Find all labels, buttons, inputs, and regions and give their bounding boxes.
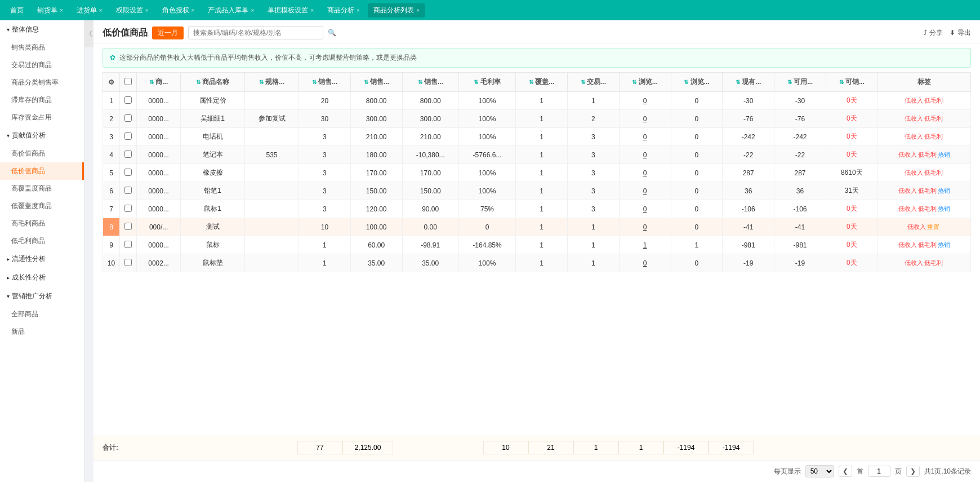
view1-link[interactable]: 0	[643, 115, 647, 123]
row-checkbox[interactable]	[124, 96, 132, 104]
select-all-checkbox[interactable]	[124, 78, 132, 85]
search-input[interactable]	[188, 26, 323, 39]
sidebar-group-marketing[interactable]: ▾ 营销推广分析	[0, 287, 84, 306]
nav-permission-close[interactable]: ×	[145, 7, 149, 14]
sidebar-item-high-coverage[interactable]: 高覆盖度商品	[0, 180, 84, 197]
col-view2-header[interactable]: ⇅ 浏览...	[671, 73, 723, 92]
row-checkbox[interactable]	[124, 187, 132, 194]
row-checkbox[interactable]	[124, 151, 132, 158]
col-saleamt-header[interactable]: ⇅ 销售...	[350, 73, 402, 92]
sidebar-item-new-goods[interactable]: 新品	[0, 323, 84, 341]
cell-check[interactable]	[120, 200, 137, 218]
col-coverage-header[interactable]: ⇅ 覆盖...	[516, 73, 568, 92]
view1-link[interactable]: 0	[643, 133, 647, 141]
col-code-header[interactable]: ⇅ 商...	[137, 73, 181, 92]
row-checkbox[interactable]	[124, 205, 132, 212]
sidebar-collapse-button[interactable]: 《	[84, 20, 93, 47]
table-container[interactable]: ⚙ ⇅ 商... ⇅ 商品名称 ⇅ 规格... ⇅ 销售... ⇅ 销售... …	[93, 72, 980, 435]
view1-link[interactable]: 0	[643, 223, 647, 231]
per-page-select[interactable]: 50 100 200	[805, 465, 834, 477]
cell-check[interactable]	[120, 254, 137, 272]
col-view1-header[interactable]: ⇅ 浏览...	[619, 73, 671, 92]
view1-link[interactable]: 1	[643, 241, 647, 249]
nav-home[interactable]: 首页	[5, 3, 29, 17]
view1-link[interactable]: 0	[643, 97, 647, 105]
nav-analysis-list-close[interactable]: ×	[416, 7, 420, 14]
nav-template[interactable]: 单据模板设置 ×	[262, 3, 319, 17]
sidebar-group-growth[interactable]: ▸ 成长性分析	[0, 268, 84, 287]
sidebar-item-low-value[interactable]: 低价值商品	[0, 162, 84, 180]
nav-product-in[interactable]: 产成品入库单 ×	[202, 3, 260, 17]
col-sellable-header[interactable]: ⇅ 可销...	[826, 73, 877, 92]
cell-check[interactable]	[120, 128, 137, 146]
cell-check[interactable]	[120, 164, 137, 182]
sidebar-item-high-margin[interactable]: 高毛利商品	[0, 215, 84, 232]
view1-link[interactable]: 0	[643, 259, 647, 267]
nav-analysis[interactable]: 商品分析 ×	[322, 3, 366, 17]
col-margin-header[interactable]: ⇅ 毛利率	[458, 73, 515, 92]
col-trade-header[interactable]: ⇅ 交易...	[567, 73, 619, 92]
cell-view1[interactable]: 0	[619, 146, 671, 164]
row-checkbox[interactable]	[124, 259, 132, 266]
sidebar-item-low-coverage[interactable]: 低覆盖度商品	[0, 197, 84, 215]
nav-template-close[interactable]: ×	[310, 7, 314, 14]
nav-sales[interactable]: 销货单 ×	[32, 3, 69, 17]
nav-analysis-close[interactable]: ×	[357, 7, 360, 14]
cell-check[interactable]	[120, 146, 137, 164]
sidebar-group-overall[interactable]: ▾ 整体信息	[0, 20, 84, 39]
sidebar-item-traded-goods[interactable]: 交易过的商品	[0, 56, 84, 74]
view1-link[interactable]: 0	[643, 151, 647, 159]
col-name-header[interactable]: ⇅ 商品名称	[181, 73, 245, 92]
nav-purchase[interactable]: 进货单 ×	[71, 3, 108, 17]
col-check-header[interactable]	[120, 73, 137, 92]
search-icon[interactable]: 🔍	[328, 29, 336, 37]
cell-view1[interactable]: 0	[619, 254, 671, 272]
export-button[interactable]: ⬇ 导出	[950, 28, 971, 38]
cell-view1[interactable]: 0	[619, 128, 671, 146]
page-input[interactable]	[868, 466, 890, 477]
next-page-button[interactable]: ❯	[906, 466, 920, 477]
nav-purchase-close[interactable]: ×	[99, 7, 103, 14]
nav-analysis-list[interactable]: 商品分析列表 ×	[368, 3, 425, 17]
sidebar-group-circulation[interactable]: ▸ 流通性分析	[0, 250, 84, 268]
cell-check[interactable]	[120, 182, 137, 200]
sidebar-item-low-margin[interactable]: 低毛利商品	[0, 232, 84, 250]
cell-view1[interactable]: 0	[619, 164, 671, 182]
sidebar-item-capital[interactable]: 库存资金占用	[0, 109, 84, 126]
col-available-header[interactable]: ⇅ 可用...	[774, 73, 826, 92]
nav-product-close[interactable]: ×	[251, 7, 254, 14]
view1-link[interactable]: 0	[643, 169, 647, 177]
sidebar-item-category-sales[interactable]: 商品分类销售率	[0, 74, 84, 91]
col-current-header[interactable]: ⇅ 现有...	[723, 73, 774, 92]
sidebar-item-high-value[interactable]: 高价值商品	[0, 145, 84, 162]
nav-permission[interactable]: 权限设置 ×	[110, 3, 154, 17]
share-button[interactable]: ⤴ 分享	[924, 28, 943, 38]
cell-view1[interactable]: 1	[619, 236, 671, 254]
col-saleqty-header[interactable]: ⇅ 销售...	[299, 73, 351, 92]
sidebar-group-contribution[interactable]: ▾ 贡献值分析	[0, 126, 84, 145]
cell-view1[interactable]: 0	[619, 110, 671, 128]
filter-button[interactable]: 近一月	[152, 26, 184, 39]
row-checkbox[interactable]	[124, 169, 132, 176]
first-page-button[interactable]: ❮	[839, 466, 852, 477]
cell-check[interactable]	[120, 236, 137, 254]
cell-view1[interactable]: 0	[619, 200, 671, 218]
col-saleamt2-header[interactable]: ⇅ 销售...	[402, 73, 458, 92]
cell-check[interactable]	[120, 92, 137, 110]
nav-role-close[interactable]: ×	[191, 7, 195, 14]
row-checkbox[interactable]	[124, 223, 132, 230]
view1-link[interactable]: 0	[643, 205, 647, 213]
sidebar-item-slow-goods[interactable]: 滞库存的商品	[0, 91, 84, 109]
cell-view1[interactable]: 0	[619, 92, 671, 110]
view1-link[interactable]: 0	[643, 187, 647, 195]
nav-sales-close[interactable]: ×	[60, 7, 63, 14]
row-checkbox[interactable]	[124, 241, 132, 248]
cell-view1[interactable]: 0	[619, 182, 671, 200]
nav-role[interactable]: 角色授权 ×	[157, 3, 201, 17]
cell-check[interactable]	[120, 110, 137, 128]
row-checkbox[interactable]	[124, 114, 132, 122]
sidebar-item-sales-goods[interactable]: 销售类商品	[0, 39, 84, 56]
cell-view1[interactable]: 0	[619, 218, 671, 236]
sidebar-item-all-goods[interactable]: 全部商品	[0, 306, 84, 323]
col-settings-header[interactable]: ⚙	[103, 73, 120, 92]
